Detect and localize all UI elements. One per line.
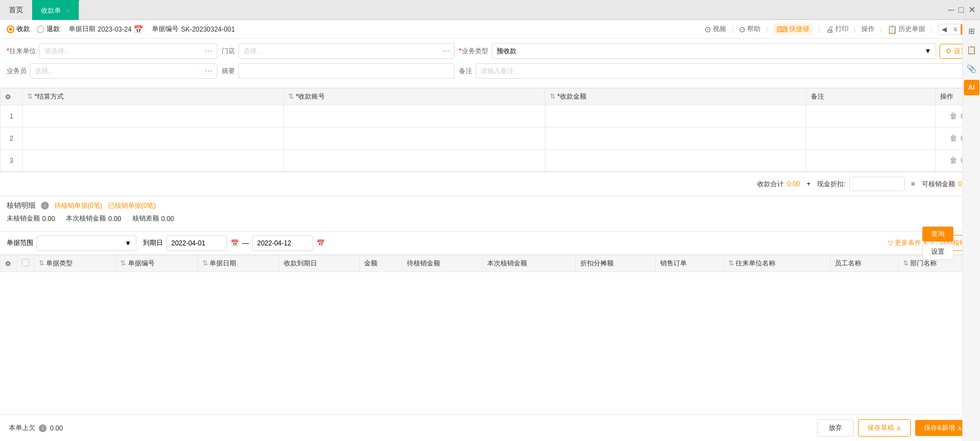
right-panel-ai-icon[interactable]: Ai xyxy=(964,80,979,95)
settlement-cell-1[interactable] xyxy=(23,105,284,127)
amount-cell-1[interactable] xyxy=(545,105,806,127)
due-date-from[interactable] xyxy=(166,235,227,251)
operation-action[interactable]: 操作 xyxy=(861,24,875,34)
select-all-checkbox[interactable] xyxy=(22,259,29,266)
number-value: SK-20230324-001 xyxy=(181,25,234,33)
counterparty-more-icon[interactable]: ··· xyxy=(205,46,212,56)
settlement-cell-3[interactable] xyxy=(23,150,284,172)
delete-icon-1[interactable]: 🗑 xyxy=(950,111,957,121)
sort-icon: ⇅ xyxy=(202,259,208,267)
store-more-icon[interactable]: ··· xyxy=(442,46,450,56)
range-field: 单据范围 ▼ xyxy=(7,235,136,251)
account-cell-2[interactable] xyxy=(284,127,545,150)
set-button[interactable]: 设置 xyxy=(922,244,953,260)
help-icon: ⊙ xyxy=(739,25,746,34)
minimize-icon[interactable]: ─ xyxy=(948,5,954,15)
range-chevron-icon: ▼ xyxy=(125,239,131,247)
filter-left: 单据范围 ▼ 到期日 📅 — 📅 xyxy=(7,235,325,251)
tab-bar-right: ─ □ ✕ xyxy=(948,4,980,15)
wo-counterparty-col: ⇅ 往来单位名称 xyxy=(723,255,830,272)
writeoff-table-wrap: ⚙ ⇅ 单据类型 ⇅ 单据编号 xyxy=(0,255,980,414)
tab-receipt[interactable]: 收款单 × xyxy=(32,0,79,20)
shortcut-action[interactable]: ⌨ 快捷键 xyxy=(773,23,813,35)
right-panel-attach-icon[interactable]: 📎 xyxy=(964,61,979,76)
save-draft-button[interactable]: 保存草稿 ∧ xyxy=(858,419,911,437)
clerk-more-icon[interactable]: ··· xyxy=(205,66,212,76)
history-icon: 📋 xyxy=(887,25,897,34)
remarks-cell-3[interactable] xyxy=(807,150,936,172)
balance-label: 本单上欠 xyxy=(9,423,35,433)
due-date-to[interactable] xyxy=(252,235,313,251)
save-new-chevron: ∧ xyxy=(957,424,962,432)
remarks-input[interactable]: 请输入备注 xyxy=(476,63,973,79)
summary-input[interactable] xyxy=(238,63,455,79)
right-panel-doc-icon[interactable]: 📋 xyxy=(964,42,979,58)
discount-input[interactable] xyxy=(849,177,905,191)
counterparty-input[interactable]: 请选择... ··· xyxy=(39,43,217,59)
current-value: 0.00 xyxy=(108,215,121,223)
view-list-btn[interactable]: ◀ xyxy=(938,24,950,34)
tab-home[interactable]: 首页 xyxy=(0,0,32,20)
writeoff-filter: 单据范围 ▼ 到期日 📅 — 📅 xyxy=(0,232,980,255)
pending-tab-link[interactable]: 待核销单据(0笔) xyxy=(54,201,103,211)
settlement-cell-2[interactable] xyxy=(23,127,284,150)
row-num-3: 3 xyxy=(1,150,23,172)
business-type-select[interactable]: 预收款 ▼ xyxy=(492,43,936,59)
shortcut-label: 快捷键 xyxy=(789,24,809,34)
store-input[interactable]: 选择... ··· xyxy=(238,43,455,59)
writeoff-header: 核销明细 i 待核销单据(0笔) 已核销单据(0笔) 未核销金额 0.00 本次… xyxy=(0,196,980,232)
wo-due-col: 收款到期日 xyxy=(279,255,360,272)
print-action[interactable]: 🖨 打印 xyxy=(826,24,849,34)
remarks-cell-1[interactable] xyxy=(807,105,936,127)
history-action[interactable]: 📋 历史单据 xyxy=(887,24,925,34)
amount-cell-3[interactable] xyxy=(545,150,806,172)
settings-wo-col[interactable]: ⚙ xyxy=(1,255,17,272)
business-type-label: *业务类型 xyxy=(459,47,488,56)
view-grid-btn[interactable]: ≡ xyxy=(950,24,961,34)
tab-close-icon[interactable]: × xyxy=(65,6,70,15)
footer: 本单上欠 i 0.00 放弃 保存草稿 ∧ 保存&新增 ∧ xyxy=(0,414,980,441)
checkbox-wo-col[interactable] xyxy=(17,255,34,272)
calendar-to-icon[interactable]: 📅 xyxy=(317,239,325,247)
sort-icon: ⇅ xyxy=(903,259,908,267)
writeoff-info-icon[interactable]: i xyxy=(41,202,49,209)
maximize-icon[interactable]: □ xyxy=(958,5,964,15)
writeoff-title: 核销明细 xyxy=(7,201,35,211)
done-tab-link[interactable]: 已核销单据(0笔) xyxy=(108,201,156,211)
delete-icon-3[interactable]: 🗑 xyxy=(950,156,957,165)
summary-label: 摘要 xyxy=(222,66,235,76)
form-area: *往来单位 请选择... ··· 门店 选择... ··· xyxy=(0,39,980,88)
video-icon: ⊙ xyxy=(705,25,711,34)
settings-col-header[interactable]: ⚙ xyxy=(1,89,23,105)
right-panel: ⊞ 📋 📎 Ai xyxy=(962,20,980,441)
total-label: 收款合计 xyxy=(757,180,784,189)
video-action[interactable]: ⊙ 视频 xyxy=(705,24,726,34)
balance-info-icon[interactable]: i xyxy=(39,424,47,432)
help-action[interactable]: ⊙ 帮助 xyxy=(739,24,760,34)
diff-value: 0.00 xyxy=(161,215,174,223)
account-cell-1[interactable] xyxy=(284,105,545,127)
calendar-from-icon[interactable]: 📅 xyxy=(231,239,239,247)
account-cell-3[interactable] xyxy=(284,150,545,172)
abandon-button[interactable]: 放弃 xyxy=(817,419,854,437)
range-select[interactable]: ▼ xyxy=(37,235,136,251)
delete-icon-2[interactable]: 🗑 xyxy=(950,134,957,143)
amount-cell-2[interactable] xyxy=(545,127,806,150)
footer-right: 放弃 保存草稿 ∧ 保存&新增 ∧ xyxy=(817,419,971,437)
tab-bar: 首页 收款单 × ─ □ ✕ xyxy=(0,0,980,20)
row-num-1: 1 xyxy=(1,105,23,127)
counterparty-label: *往来单位 xyxy=(7,47,36,56)
close-icon[interactable]: ✕ xyxy=(968,4,976,15)
main-content: 收款 退款 单据日期 2023-03-24 📅 单据编号 SK-20230324… xyxy=(0,20,980,441)
refund-radio[interactable]: 退款 xyxy=(37,24,60,34)
query-button[interactable]: 查询 xyxy=(922,227,953,242)
wo-date-col: ⇅ 单据日期 xyxy=(197,255,279,272)
clerk-input[interactable]: 选择... ··· xyxy=(30,63,217,79)
unwriteoff-value: 0.00 xyxy=(42,215,55,223)
toolbar: 收款 退款 单据日期 2023-03-24 📅 单据编号 SK-20230324… xyxy=(0,20,980,39)
chevron-down-icon: ▼ xyxy=(925,47,931,55)
receipt-radio[interactable]: 收款 xyxy=(7,24,30,34)
remarks-cell-2[interactable] xyxy=(807,127,936,150)
calendar-icon[interactable]: 📅 xyxy=(134,25,143,34)
right-panel-table-icon[interactable]: ⊞ xyxy=(964,23,979,39)
